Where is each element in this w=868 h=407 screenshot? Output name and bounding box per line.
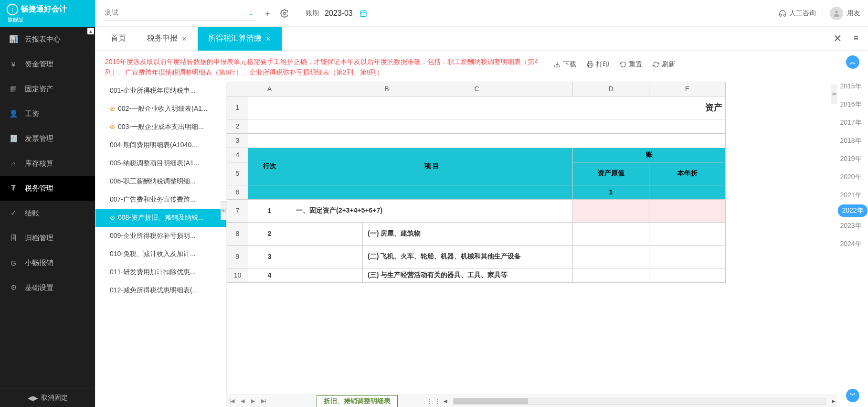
- tab-tax-declaration[interactable]: 税务申报 ✕: [137, 27, 198, 51]
- header-asset-value[interactable]: 资产原值: [573, 162, 649, 185]
- refresh-button[interactable]: 刷新: [653, 60, 675, 69]
- close-icon[interactable]: ✕: [265, 35, 271, 43]
- form-list-item[interactable]: 004-期间费用明细表(A1040...: [95, 136, 226, 154]
- form-list-item[interactable]: 012-减免所得税优惠明细表(...: [95, 281, 226, 300]
- grid-table[interactable]: A B C D E 1 资产: [227, 82, 726, 283]
- cell[interactable]: [649, 199, 726, 222]
- nav-scroll-up[interactable]: ▲: [87, 28, 94, 34]
- hscroll-right[interactable]: ▶: [830, 398, 837, 404]
- header-project[interactable]: 项 目: [291, 148, 573, 185]
- nav-item[interactable]: ⚙基础设置: [0, 275, 95, 300]
- cell-rownum[interactable]: 4: [248, 268, 291, 282]
- company-selector[interactable]: 测试 ⌄: [103, 6, 256, 21]
- year-item[interactable]: 2019年: [838, 150, 867, 168]
- form-list-item[interactable]: 011-研发费用加计扣除优惠...: [95, 263, 226, 281]
- row-header[interactable]: 3: [227, 133, 248, 148]
- cell[interactable]: [573, 268, 649, 282]
- sheet-title[interactable]: 资产: [248, 96, 726, 119]
- nav-item[interactable]: ₮税务管理: [0, 176, 95, 201]
- form-list-item[interactable]: 009-企业所得税弥补亏损明...: [95, 227, 226, 245]
- col-header[interactable]: E: [649, 82, 726, 96]
- row-header[interactable]: 1: [227, 96, 248, 119]
- form-list-item[interactable]: ⊘002-一般企业收入明细表(A1...: [95, 100, 226, 118]
- year-item[interactable]: 2018年: [838, 132, 867, 150]
- nav-item[interactable]: ▦固定资产: [0, 76, 95, 101]
- reset-button[interactable]: 重置: [620, 60, 642, 69]
- cell-rownum[interactable]: 1: [248, 199, 291, 222]
- year-item[interactable]: 2023年: [838, 217, 867, 235]
- sheet-tab[interactable]: 折旧、摊销调整明细表: [317, 395, 398, 407]
- row-header[interactable]: 7: [227, 199, 248, 222]
- cell[interactable]: [573, 222, 649, 245]
- sheet-resize-handle[interactable]: ⋮⋮: [426, 397, 442, 405]
- form-list-item[interactable]: 001-企业所得税年度纳税申...: [95, 82, 226, 100]
- form-list-item[interactable]: 007-广告费和业务宣传费跨...: [95, 191, 226, 209]
- year-item[interactable]: 2024年: [838, 235, 867, 253]
- hscroll-left[interactable]: ◀: [442, 398, 449, 404]
- nav-item[interactable]: ⌂库存核算: [0, 151, 95, 176]
- sheet-nav-last[interactable]: ▶|: [258, 395, 269, 407]
- user-menu[interactable]: 用友: [830, 7, 860, 20]
- cell-project[interactable]: (一) 房屋、建筑物: [363, 222, 573, 245]
- tab-home[interactable]: 首页: [100, 27, 137, 51]
- year-item[interactable]: 2017年: [838, 114, 867, 132]
- col-header[interactable]: D: [573, 82, 649, 96]
- settings-button[interactable]: [279, 8, 290, 19]
- grid-corner[interactable]: [227, 82, 248, 96]
- download-button[interactable]: 下载: [554, 60, 576, 69]
- add-button[interactable]: ＋: [262, 8, 273, 19]
- nav-item[interactable]: ¥资金管理: [0, 52, 95, 76]
- nav-item[interactable]: 👤工资: [0, 101, 95, 126]
- year-item[interactable]: 2022年: [838, 204, 867, 217]
- sheet-nav-next[interactable]: ▶: [248, 395, 258, 407]
- year-item[interactable]: 2016年: [838, 96, 867, 114]
- year-item[interactable]: 2020年: [838, 168, 867, 186]
- support-button[interactable]: 人工咨询: [779, 9, 816, 18]
- nav-item[interactable]: 🗄归档管理: [0, 225, 95, 250]
- close-icon[interactable]: ✕: [181, 35, 187, 43]
- cell[interactable]: [649, 268, 726, 282]
- print-button[interactable]: 打印: [587, 60, 609, 69]
- form-list-item[interactable]: ⊘003-一般企业成本支出明细...: [95, 118, 226, 136]
- cell-project[interactable]: 一、固定资产(2+3+4+5+6+7): [291, 199, 573, 222]
- unpin-sidebar-button[interactable]: ◀▶ 取消固定: [0, 388, 95, 407]
- expand-sheet-button[interactable]: ≫: [831, 85, 837, 104]
- close-all-tabs-button[interactable]: ✕: [826, 32, 848, 45]
- cell[interactable]: [573, 245, 649, 268]
- row-header[interactable]: 10: [227, 268, 248, 282]
- sheet-nav-prev[interactable]: ◀: [237, 395, 248, 407]
- tab-income-tax-settlement[interactable]: 所得税汇算清缴 ✕: [198, 27, 282, 51]
- row-header[interactable]: 5: [227, 162, 248, 185]
- horizontal-scrollbar[interactable]: [453, 398, 826, 405]
- row-header[interactable]: 6: [227, 185, 248, 199]
- cell[interactable]: [649, 245, 726, 268]
- nav-item[interactable]: ✓结账: [0, 201, 95, 225]
- row-header[interactable]: 9: [227, 245, 248, 268]
- cell-project[interactable]: (二) 飞机、火车、轮船、机器、机械和其他生产设备: [363, 245, 573, 268]
- row-header[interactable]: 8: [227, 222, 248, 245]
- year-item[interactable]: 2021年: [838, 186, 867, 204]
- cell[interactable]: [573, 199, 649, 222]
- form-list-item[interactable]: ⊘008-资产折旧、摊销及纳税...: [95, 209, 226, 227]
- header-book[interactable]: 账: [573, 148, 726, 162]
- form-list-item[interactable]: 010-免税、减计收入及加计...: [95, 245, 226, 263]
- year-scroll-up[interactable]: ︽: [846, 55, 859, 69]
- tab-menu-button[interactable]: ≡: [848, 33, 863, 43]
- calendar-button[interactable]: [359, 9, 368, 18]
- row-header[interactable]: 4: [227, 148, 248, 162]
- cell-rownum[interactable]: 2: [248, 222, 291, 245]
- col-header[interactable]: A: [248, 82, 291, 96]
- header-depreciation[interactable]: 本年折: [649, 162, 726, 185]
- form-list-item[interactable]: 005-纳税调整项目明细表(A1...: [95, 154, 226, 172]
- year-item[interactable]: 2015年: [838, 77, 867, 96]
- cell-rownum[interactable]: 3: [248, 245, 291, 268]
- header-rownum[interactable]: 行次: [248, 148, 291, 185]
- collapse-form-list-button[interactable]: ≪: [221, 201, 226, 220]
- year-scroll-down[interactable]: ︾: [846, 389, 859, 402]
- form-list-item[interactable]: 006-职工薪酬纳税调整明细...: [95, 172, 226, 191]
- cell[interactable]: [649, 222, 726, 245]
- sheet-nav-first[interactable]: |◀: [227, 395, 237, 407]
- cell-project[interactable]: (三) 与生产经营活动有关的器具、工具、家具等: [363, 268, 573, 282]
- nav-item[interactable]: 📊云报表中心: [0, 27, 95, 52]
- row-header[interactable]: 2: [227, 119, 248, 133]
